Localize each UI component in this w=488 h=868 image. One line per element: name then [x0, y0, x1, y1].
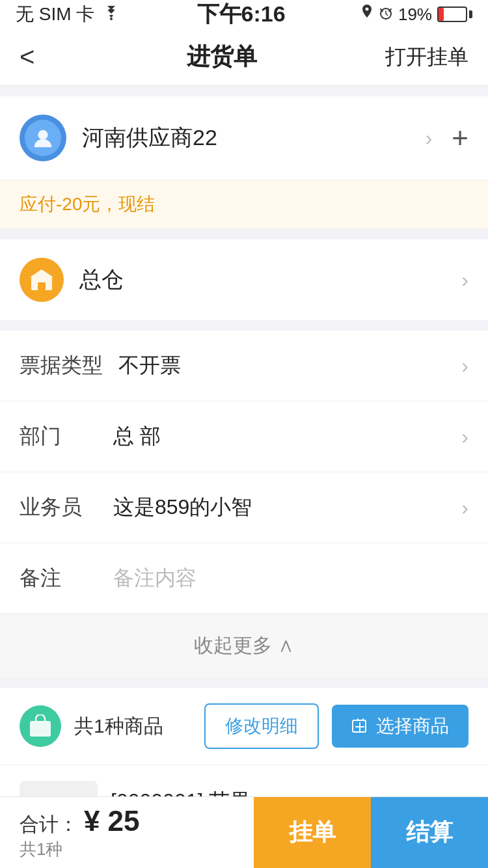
salesman-chevron-icon: ›	[461, 496, 468, 520]
carrier-label: 无 SIM 卡	[16, 2, 94, 27]
svg-point-0	[110, 18, 113, 20]
total-row: 合计： ¥ 25	[20, 805, 254, 838]
nav-bar: < 进货单 打开挂单	[0, 29, 488, 86]
products-header: 共1种商品 修改明细 选择商品	[0, 677, 488, 765]
page-title: 进货单	[187, 41, 257, 73]
battery-label: 19%	[398, 5, 432, 25]
salesman-row[interactable]: 业务员 这是859的小智 ›	[0, 472, 488, 543]
invoice-label: 票据类型	[20, 351, 103, 380]
hang-button[interactable]: 挂单	[254, 797, 371, 869]
status-time: 下午6:16	[197, 0, 286, 29]
select-product-label: 选择商品	[376, 714, 449, 739]
dept-row[interactable]: 部门 总 部 ›	[0, 401, 488, 472]
remark-label: 备注	[20, 564, 98, 593]
back-button[interactable]: <	[20, 42, 59, 72]
location-icon	[360, 5, 373, 25]
divider-2	[0, 320, 488, 331]
top-divider	[0, 86, 488, 96]
invoice-value: 不开票	[103, 351, 461, 380]
divider-1	[0, 229, 488, 239]
svg-rect-5	[38, 282, 46, 290]
form-section: 票据类型 不开票 › 部门 总 部 › 业务员 这是859的小智 › 备注 备注…	[0, 331, 488, 614]
dept-label: 部门	[20, 422, 98, 451]
salesman-value: 这是859的小智	[98, 493, 461, 522]
status-bar-right: 19%	[360, 5, 472, 25]
supplier-section: 河南供应商22 › + 应付-20元，现结	[0, 96, 488, 229]
warehouse-icon	[20, 258, 64, 302]
open-hang-button[interactable]: 打开挂单	[385, 43, 468, 72]
warning-banner: 应付-20元，现结	[0, 180, 488, 229]
dept-chevron-icon: ›	[461, 425, 468, 449]
svg-rect-6	[30, 721, 51, 737]
battery-icon	[437, 7, 472, 22]
total-amount: ¥ 25	[84, 805, 140, 837]
checkout-button[interactable]: 结算	[371, 797, 488, 869]
total-section: 合计： ¥ 25 共1种	[0, 805, 254, 861]
svg-marker-4	[30, 269, 53, 277]
collapse-button[interactable]: 收起更多 ∧	[0, 614, 488, 677]
invoice-row[interactable]: 票据类型 不开票 ›	[0, 331, 488, 401]
products-icon	[20, 705, 61, 747]
supplier-row[interactable]: 河南供应商22 › +	[0, 96, 488, 180]
svg-point-2	[38, 130, 47, 140]
remark-row[interactable]: 备注 备注内容	[0, 543, 488, 614]
products-count: 共1种商品	[74, 713, 191, 740]
remark-input[interactable]: 备注内容	[98, 564, 468, 593]
warehouse-section: 总仓 ›	[0, 239, 488, 320]
edit-detail-button[interactable]: 修改明细	[204, 703, 319, 749]
total-count: 共1种	[20, 838, 254, 861]
bottom-bar: 合计： ¥ 25 共1种 挂单 结算	[0, 796, 488, 868]
warehouse-chevron-icon: ›	[461, 268, 468, 292]
alarm-icon	[379, 5, 393, 25]
supplier-name: 河南供应商22	[82, 123, 426, 153]
wifi-icon	[101, 4, 122, 25]
warehouse-row[interactable]: 总仓 ›	[0, 239, 488, 320]
warehouse-name: 总仓	[79, 265, 461, 295]
invoice-chevron-icon: ›	[461, 354, 468, 378]
add-supplier-button[interactable]: +	[452, 122, 468, 154]
total-label: 合计：	[20, 813, 78, 835]
supplier-chevron-icon: ›	[426, 126, 433, 150]
avatar	[20, 115, 66, 161]
select-product-button[interactable]: 选择商品	[332, 705, 468, 748]
status-bar: 无 SIM 卡 下午6:16 19%	[0, 0, 488, 29]
salesman-label: 业务员	[20, 493, 98, 522]
status-bar-left: 无 SIM 卡	[16, 2, 122, 27]
dept-value: 总 部	[98, 422, 461, 451]
